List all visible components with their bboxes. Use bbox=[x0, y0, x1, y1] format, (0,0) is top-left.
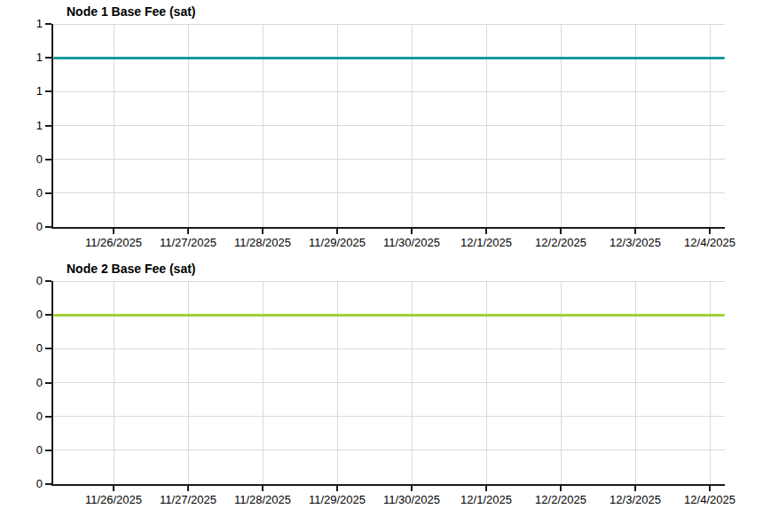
x-tick-label: 12/4/2025 bbox=[670, 236, 750, 249]
vertical-gridline bbox=[114, 24, 114, 227]
vertical-gridline bbox=[486, 281, 487, 484]
vertical-gridline bbox=[710, 281, 711, 484]
x-tick-label: 11/26/2025 bbox=[74, 493, 153, 506]
y-tick-label: 0 bbox=[5, 340, 43, 356]
charts-page: Node 1 Base Fee (sat) 111100011/26/20251… bbox=[0, 0, 763, 532]
y-axis-tick-mark bbox=[45, 348, 51, 349]
x-tick-label: 12/2/2025 bbox=[521, 236, 601, 249]
series-line bbox=[53, 57, 725, 59]
vertical-gridline bbox=[710, 24, 711, 227]
vertical-gridline bbox=[635, 24, 636, 227]
vertical-gridline bbox=[188, 281, 189, 484]
horizontal-gridline bbox=[53, 416, 725, 417]
x-axis-tick-mark bbox=[187, 486, 189, 491]
x-axis-tick-mark bbox=[113, 486, 114, 491]
y-axis-tick-mark bbox=[45, 450, 51, 451]
y-tick-label: 1 bbox=[5, 16, 43, 32]
y-tick-label: 0 bbox=[5, 185, 43, 201]
y-tick-label: 0 bbox=[5, 375, 43, 391]
x-axis-tick-mark bbox=[411, 229, 413, 234]
horizontal-gridline bbox=[53, 159, 725, 160]
x-tick-label: 12/3/2025 bbox=[595, 236, 675, 249]
x-axis-tick-mark bbox=[262, 229, 264, 234]
x-tick-label: 12/1/2025 bbox=[446, 236, 526, 249]
x-tick-label: 12/2/2025 bbox=[521, 493, 601, 506]
y-tick-label: 1 bbox=[5, 118, 43, 134]
x-tick-label: 11/29/2025 bbox=[297, 236, 377, 249]
y-axis-tick-mark bbox=[45, 314, 51, 316]
x-axis-tick-mark bbox=[485, 229, 487, 234]
vertical-gridline bbox=[114, 281, 114, 484]
horizontal-gridline bbox=[53, 24, 725, 25]
x-axis-tick-mark bbox=[560, 486, 562, 491]
chart-node1-plot-area: 111100011/26/202511/27/202511/28/202511/… bbox=[51, 24, 725, 229]
chart-node2-base-fee: Node 2 Base Fee (sat) 000000011/26/20251… bbox=[0, 257, 763, 514]
x-tick-label: 12/3/2025 bbox=[595, 493, 675, 506]
horizontal-gridline bbox=[53, 450, 725, 450]
chart-node1-base-fee: Node 1 Base Fee (sat) 111100011/26/20251… bbox=[0, 0, 763, 257]
x-axis-tick-mark bbox=[411, 486, 413, 491]
chart-node2-plot-area: 000000011/26/202511/27/202511/28/202511/… bbox=[51, 281, 725, 486]
x-tick-label: 11/26/2025 bbox=[74, 236, 153, 249]
y-axis-tick-mark bbox=[45, 57, 51, 59]
y-axis-tick-mark bbox=[45, 382, 51, 384]
horizontal-gridline bbox=[53, 281, 725, 282]
vertical-gridline bbox=[635, 281, 636, 484]
x-axis-tick-mark bbox=[113, 229, 114, 234]
y-tick-label: 0 bbox=[5, 219, 43, 235]
y-tick-label: 1 bbox=[5, 50, 43, 66]
vertical-gridline bbox=[561, 24, 562, 227]
y-axis-tick-mark bbox=[45, 226, 51, 228]
x-tick-label: 11/27/2025 bbox=[148, 236, 228, 249]
horizontal-gridline bbox=[53, 382, 725, 383]
x-tick-label: 11/27/2025 bbox=[148, 493, 228, 506]
y-axis-tick-mark bbox=[45, 280, 51, 282]
y-axis-tick-mark bbox=[45, 416, 51, 418]
y-tick-label: 0 bbox=[5, 409, 43, 425]
vertical-gridline bbox=[412, 24, 413, 227]
vertical-gridline bbox=[263, 24, 264, 227]
horizontal-gridline bbox=[53, 125, 725, 126]
x-axis-tick-mark bbox=[336, 486, 338, 491]
x-axis-tick-mark bbox=[262, 486, 264, 491]
x-tick-label: 12/1/2025 bbox=[446, 493, 526, 506]
horizontal-gridline bbox=[53, 192, 725, 193]
x-axis-tick-mark bbox=[560, 229, 562, 234]
horizontal-gridline bbox=[53, 91, 725, 92]
x-tick-label: 11/29/2025 bbox=[297, 493, 377, 506]
y-axis-tick-mark bbox=[45, 483, 51, 485]
y-tick-label: 0 bbox=[5, 152, 43, 168]
y-tick-label: 0 bbox=[5, 442, 43, 458]
x-axis-tick-mark bbox=[187, 229, 189, 234]
y-tick-label: 0 bbox=[5, 273, 43, 289]
x-tick-label: 11/30/2025 bbox=[372, 236, 452, 249]
vertical-gridline bbox=[337, 24, 338, 227]
y-axis-tick-mark bbox=[45, 125, 51, 127]
vertical-gridline bbox=[337, 281, 338, 484]
y-axis-tick-mark bbox=[45, 159, 51, 160]
y-axis-tick-mark bbox=[45, 90, 51, 92]
x-tick-label: 11/28/2025 bbox=[223, 493, 303, 506]
x-tick-label: 11/30/2025 bbox=[372, 493, 452, 506]
y-tick-label: 0 bbox=[5, 307, 43, 323]
x-axis-tick-mark bbox=[634, 486, 636, 491]
x-axis-tick-mark bbox=[709, 486, 711, 491]
x-axis-tick-mark bbox=[336, 229, 338, 234]
chart-node2-title: Node 2 Base Fee (sat) bbox=[67, 262, 196, 276]
y-tick-label: 0 bbox=[5, 476, 43, 492]
horizontal-gridline bbox=[53, 348, 725, 349]
y-axis-tick-mark bbox=[45, 23, 51, 25]
vertical-gridline bbox=[263, 281, 264, 484]
x-tick-label: 11/28/2025 bbox=[223, 236, 303, 249]
vertical-gridline bbox=[486, 24, 487, 227]
y-axis-tick-mark bbox=[45, 192, 51, 194]
x-axis-tick-mark bbox=[485, 486, 487, 491]
vertical-gridline bbox=[412, 281, 413, 484]
x-axis-tick-mark bbox=[709, 229, 711, 234]
x-axis-tick-mark bbox=[634, 229, 636, 234]
y-tick-label: 1 bbox=[5, 83, 43, 99]
series-line bbox=[53, 314, 725, 317]
vertical-gridline bbox=[188, 24, 189, 227]
x-tick-label: 12/4/2025 bbox=[670, 493, 750, 506]
chart-node1-title: Node 1 Base Fee (sat) bbox=[67, 4, 196, 19]
